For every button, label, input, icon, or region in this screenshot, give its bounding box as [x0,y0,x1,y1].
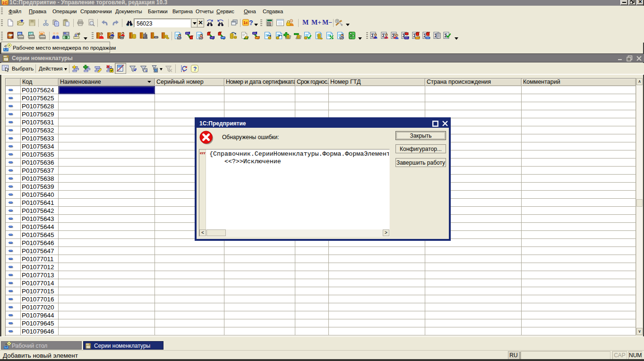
svg-text:1с: 1с [243,20,248,25]
svg-text:$: $ [66,35,68,39]
svg-text:1С: 1С [2,0,8,5]
svg-text:?: ? [193,66,197,72]
svg-text:Σ: Σ [445,33,448,38]
svg-text:?: ? [249,19,253,26]
